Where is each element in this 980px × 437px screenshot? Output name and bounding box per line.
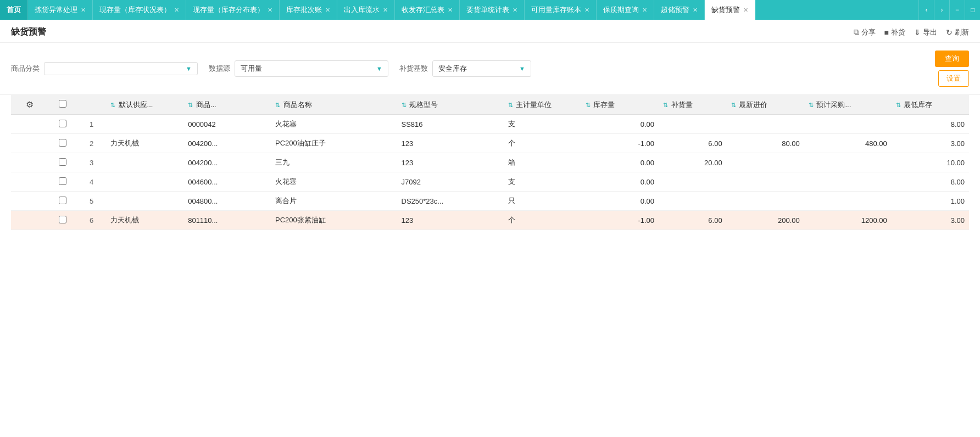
tab-home[interactable]: 首页 bbox=[0, 0, 28, 20]
row-number: 1 bbox=[77, 115, 106, 134]
tab-summary[interactable]: 收发存汇总表 ✕ bbox=[395, 0, 460, 20]
column-unit-label: 主计量单位 bbox=[516, 100, 552, 109]
column-supplier[interactable]: ⇅ 默认供应... bbox=[106, 95, 183, 115]
tab-maximize-button[interactable]: □ bbox=[965, 0, 980, 20]
tab-batch-close[interactable]: ✕ bbox=[325, 7, 330, 14]
row-check-cell bbox=[48, 115, 77, 134]
supplement-icon: ■ bbox=[884, 28, 889, 37]
sort-supplier-icon: ⇅ bbox=[110, 102, 115, 108]
row-gear-cell bbox=[11, 192, 48, 211]
row-min-stock: 3.00 bbox=[892, 134, 969, 153]
tab-inventory-dist[interactable]: 现存量（库存分布表） ✕ bbox=[186, 0, 280, 20]
data-table: ⚙ ⇅ 默认供应... ⇅ 商品... ⇅ bbox=[11, 95, 969, 230]
datasource-select[interactable]: 可用量 ▼ bbox=[235, 60, 388, 77]
column-spec-label: 规格型号 bbox=[409, 100, 438, 109]
tab-flow[interactable]: 出入库流水 ✕ bbox=[337, 0, 395, 20]
header-actions: ⧉ 分享 ■ 补货 ⇓ 导出 ↻ 刷新 bbox=[854, 27, 969, 37]
supplement-label: 补货 bbox=[891, 27, 905, 37]
tab-available-label: 可用量库存账本 bbox=[531, 5, 581, 15]
column-spec[interactable]: ⇅ 规格型号 bbox=[397, 95, 504, 115]
row-price bbox=[727, 172, 804, 192]
supplement-base-select[interactable]: 安全库存 ▼ bbox=[432, 60, 531, 77]
query-button[interactable]: 查询 bbox=[935, 51, 969, 67]
row-supplement bbox=[659, 115, 727, 134]
column-min-stock-label: 最低库存 bbox=[904, 100, 932, 109]
export-button[interactable]: ⇓ 导出 bbox=[914, 27, 937, 37]
tab-shortage-close[interactable]: ✕ bbox=[743, 7, 748, 14]
tab-expiry-label: 保质期查询 bbox=[603, 5, 639, 15]
row-check-cell bbox=[48, 134, 77, 153]
tab-inventory-dist-close[interactable]: ✕ bbox=[268, 7, 272, 14]
row-price bbox=[727, 153, 804, 172]
row-checkbox[interactable] bbox=[59, 158, 66, 166]
row-spec: SS816 bbox=[397, 115, 504, 134]
tab-summary-close[interactable]: ✕ bbox=[448, 7, 453, 14]
row-estimate bbox=[804, 153, 892, 172]
column-price-label: 最新进价 bbox=[739, 100, 767, 109]
row-checkbox[interactable] bbox=[59, 216, 66, 223]
tab-expiry[interactable]: 保质期查询 ✕ bbox=[597, 0, 654, 20]
tab-order-stats-close[interactable]: ✕ bbox=[513, 7, 517, 14]
tab-picking[interactable]: 拣货异常处理 ✕ bbox=[28, 0, 93, 20]
export-label: 导出 bbox=[923, 27, 937, 37]
column-stock-label: 库存量 bbox=[593, 100, 615, 109]
tab-shortage[interactable]: 缺货预警 ✕ bbox=[705, 0, 755, 20]
tab-flow-close[interactable]: ✕ bbox=[383, 7, 388, 14]
row-code: 0000042 bbox=[183, 115, 271, 134]
column-stock[interactable]: ⇅ 库存量 bbox=[581, 95, 659, 115]
tab-picking-close[interactable]: ✕ bbox=[81, 7, 86, 14]
column-name-label: 商品名称 bbox=[283, 100, 312, 109]
row-checkbox[interactable] bbox=[59, 197, 66, 204]
tab-available[interactable]: 可用量库存账本 ✕ bbox=[525, 0, 597, 20]
sort-supplement-icon: ⇅ bbox=[663, 102, 668, 108]
column-estimate[interactable]: ⇅ 预计采购... bbox=[804, 95, 892, 115]
export-icon: ⇓ bbox=[914, 28, 921, 37]
column-unit[interactable]: ⇅ 主计量单位 bbox=[504, 95, 581, 115]
row-supplier bbox=[106, 153, 183, 172]
tab-batch[interactable]: 库存批次账 ✕ bbox=[280, 0, 337, 20]
column-name[interactable]: ⇅ 商品名称 bbox=[271, 95, 397, 115]
supplement-button[interactable]: ■ 补货 bbox=[884, 27, 905, 37]
row-number: 2 bbox=[77, 134, 106, 153]
tab-expiry-close[interactable]: ✕ bbox=[642, 7, 647, 14]
column-num bbox=[77, 95, 106, 115]
row-checkbox[interactable] bbox=[59, 120, 66, 127]
share-button[interactable]: ⧉ 分享 bbox=[854, 27, 876, 37]
row-checkbox[interactable] bbox=[59, 177, 66, 185]
row-check-cell bbox=[48, 172, 77, 192]
row-name: PC200张紧油缸 bbox=[271, 211, 397, 230]
gear-settings-icon[interactable]: ⚙ bbox=[26, 100, 34, 109]
tab-inventory-status[interactable]: 现存量（库存状况表） ✕ bbox=[93, 0, 186, 20]
sort-code-icon: ⇅ bbox=[188, 102, 193, 108]
row-unit: 个 bbox=[504, 211, 581, 230]
select-all-checkbox[interactable] bbox=[59, 100, 66, 108]
row-name: 离合片 bbox=[271, 192, 397, 211]
row-check-cell bbox=[48, 211, 77, 230]
tab-shortage-label: 缺货预警 bbox=[711, 5, 740, 15]
column-code[interactable]: ⇅ 商品... bbox=[183, 95, 271, 115]
table-header: ⚙ ⇅ 默认供应... ⇅ 商品... ⇅ bbox=[11, 95, 969, 115]
tab-order-stats[interactable]: 要货单统计表 ✕ bbox=[460, 0, 525, 20]
row-check-cell bbox=[48, 153, 77, 172]
tab-batch-label: 库存批次账 bbox=[286, 5, 322, 15]
column-price[interactable]: ⇅ 最新进价 bbox=[727, 95, 804, 115]
tab-overstock-close[interactable]: ✕ bbox=[693, 7, 698, 14]
row-min-stock: 3.00 bbox=[892, 211, 969, 230]
row-supplier: 力天机械 bbox=[106, 211, 183, 230]
category-select[interactable]: ▼ bbox=[44, 62, 198, 75]
tab-available-close[interactable]: ✕ bbox=[584, 7, 589, 14]
tab-next-button[interactable]: › bbox=[934, 0, 949, 20]
row-checkbox[interactable] bbox=[59, 139, 66, 147]
refresh-button[interactable]: ↻ 刷新 bbox=[946, 27, 969, 37]
settings-button[interactable]: 设置 bbox=[938, 70, 969, 87]
page-header: 缺货预警 ⧉ 分享 ■ 补货 ⇓ 导出 ↻ 刷新 bbox=[0, 20, 980, 43]
row-supplement: 6.00 bbox=[659, 134, 727, 153]
column-min-stock[interactable]: ⇅ 最低库存 bbox=[892, 95, 969, 115]
tab-overstock[interactable]: 超储预警 ✕ bbox=[654, 0, 705, 20]
filter-area: 商品分类 ▼ 数据源 可用量 ▼ 补货基数 安全库存 ▼ 查询 设置 bbox=[0, 43, 980, 95]
tab-minimize-button[interactable]: − bbox=[949, 0, 965, 20]
column-supplement[interactable]: ⇅ 补货量 bbox=[659, 95, 727, 115]
tab-prev-button[interactable]: ‹ bbox=[918, 0, 934, 20]
datasource-chevron-icon: ▼ bbox=[376, 65, 382, 72]
tab-inventory-status-close[interactable]: ✕ bbox=[174, 7, 179, 14]
